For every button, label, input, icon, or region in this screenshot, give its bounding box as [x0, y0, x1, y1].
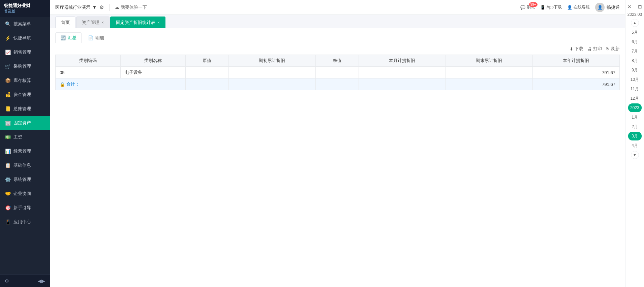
col-monthly-depr: 本月计提折旧 [359, 55, 446, 67]
tabs-bar: 首页 资产管理 × 固定资产折旧统计表 × [50, 15, 625, 28]
nav-icon-purchase: 🛒 [5, 63, 11, 69]
collapse-icon[interactable]: ◀▶ [38, 278, 45, 284]
panel-close-btn[interactable]: ✕ [627, 4, 632, 9]
nav-label-salary: 工资 [13, 134, 22, 140]
nav-label-beginner: 新手引导 [13, 205, 31, 211]
nav-label-inventory: 库存核算 [13, 77, 31, 84]
sidebar-item-fixed-assets[interactable]: 🏢 固定资产 [0, 116, 50, 130]
sub-tab-detail[interactable]: 📄 明细 [83, 33, 109, 43]
sub-tab-summary[interactable]: 🔄 汇总 [55, 32, 82, 43]
nav-label-finance: 资金管理 [13, 92, 31, 98]
total-period-end [446, 78, 532, 90]
sidebar-item-system[interactable]: ⚙️ 系统管理 [0, 172, 50, 187]
month-4[interactable]: 4月 [628, 141, 642, 150]
online-service-btn[interactable]: 👤 在线客服 [567, 4, 590, 10]
month-2[interactable]: 2月 [628, 122, 642, 131]
total-label-cell: 🔒 合计： [56, 78, 186, 90]
table-wrapper: 类别编码 类别名称 原值 期初累计折旧 净值 本月计提折旧 期末累计折旧 本年计… [50, 55, 625, 287]
message-badge: 99+ [529, 2, 538, 7]
experience-btn[interactable]: ☁ 我要体验一下 [115, 4, 147, 10]
sidebar-item-inventory[interactable]: 📦 库存核算 [0, 73, 50, 88]
download-label: 下载 [575, 46, 583, 52]
refresh-btn[interactable]: ↻ 刷新 [606, 46, 620, 52]
settings-icon[interactable]: ⚙ [5, 278, 9, 284]
cell-category-code: 05 [56, 67, 121, 78]
scroll-up-btn[interactable]: ▲ [631, 19, 639, 27]
panel-expand-btn[interactable]: ⊡ [638, 4, 642, 9]
month-3[interactable]: 3月 [628, 132, 642, 140]
sidebar-item-ledger[interactable]: 📒 总账管理 [0, 102, 50, 116]
main-area: 医疗器械行业演示 ▼ ⚙ ☁ 我要体验一下 💬 消息 99+ 📱 App下载 👤… [50, 0, 625, 287]
month-11[interactable]: 11月 [628, 85, 642, 93]
cell-initial-accum-depr [228, 67, 315, 78]
tab-asset-mgmt-close[interactable]: × [101, 20, 104, 25]
sidebar-item-salary[interactable]: 💵 工资 [0, 130, 50, 144]
download-btn[interactable]: ⬇ 下载 [570, 46, 583, 52]
tab-asset-mgmt[interactable]: 资产管理 × [76, 17, 110, 28]
nav-label-ledger: 总账管理 [13, 106, 31, 112]
sidebar-bottom: ⚙ ◀▶ [0, 275, 50, 287]
logo-edition: 普及版 [4, 9, 30, 14]
detail-icon: 📄 [88, 35, 93, 40]
col-initial-accum-depr: 期初累计折旧 [228, 55, 315, 67]
tab-depreciation[interactable]: 固定资产折旧统计表 × [110, 17, 165, 28]
total-row: 🔒 合计： 791.67 [56, 78, 620, 90]
settings-gear-icon[interactable]: ⚙ [99, 4, 104, 10]
month-5[interactable]: 5月 [628, 28, 642, 37]
month-8[interactable]: 8月 [628, 56, 642, 65]
nav-label-system: 系统管理 [13, 177, 31, 183]
cell-original-value [185, 67, 228, 78]
cell-period-end-accum-depr [446, 67, 532, 78]
nav-label-sales: 销售管理 [13, 49, 31, 55]
month-12[interactable]: 12月 [628, 94, 642, 103]
tab-home[interactable]: 首页 [55, 17, 75, 28]
scroll-down-btn[interactable]: ▼ [631, 151, 639, 159]
total-initial-accum [228, 78, 315, 90]
nav-icon-salary: 💵 [5, 134, 11, 140]
sidebar-item-search[interactable]: 🔍 搜索菜单 [0, 17, 50, 31]
nav-icon-app-center: 📱 [5, 219, 11, 225]
tab-depreciation-close[interactable]: × [157, 20, 160, 25]
sidebar-item-beginner[interactable]: 🎯 新手引导 [0, 201, 50, 215]
tab-depreciation-label: 固定资产折旧统计表 [116, 20, 155, 26]
year-2023[interactable]: 2023 [628, 103, 642, 112]
summary-label: 汇总 [68, 35, 76, 41]
refresh-label: 刷新 [611, 46, 620, 52]
nav-icon-enterprise: 🤝 [5, 191, 11, 197]
sidebar-item-sales[interactable]: 📈 销售管理 [0, 45, 50, 59]
nav-icon-operations: 📊 [5, 148, 11, 154]
total-icon: 🔒 [60, 82, 65, 87]
cloud-icon: ☁ [115, 5, 119, 10]
nav-icon-search: 🔍 [5, 21, 11, 27]
sidebar-item-purchase[interactable]: 🛒 采购管理 [0, 59, 50, 73]
total-net-value [315, 78, 359, 90]
message-btn[interactable]: 💬 消息 99+ [520, 4, 535, 10]
sidebar-item-basic-info[interactable]: 📋 基础信息 [0, 158, 50, 172]
sidebar: 畅捷通好业财 普及版 🔍 搜索菜单 ⚡ 快捷导航 📈 销售管理 🛒 采购管理 📦… [0, 0, 50, 287]
month-6[interactable]: 6月 [628, 37, 642, 46]
sidebar-item-app-center[interactable]: 📱 应用中心 [0, 215, 50, 229]
year-label: 2023.03 [627, 12, 642, 17]
content-area: 🔄 汇总 📄 明细 ⬇ 下载 🖨 打印 ↻ 刷新 [50, 28, 625, 287]
month-1[interactable]: 1月 [628, 113, 642, 122]
col-category-name: 类别名称 [120, 55, 185, 67]
sidebar-item-quick-nav[interactable]: ⚡ 快捷导航 [0, 31, 50, 45]
sidebar-item-enterprise[interactable]: 🤝 企业协同 [0, 187, 50, 201]
nav-icon-fixed-assets: 🏢 [5, 120, 11, 126]
nav-label-operations: 经营管理 [13, 148, 31, 154]
print-btn[interactable]: 🖨 打印 [587, 46, 602, 52]
month-10[interactable]: 10月 [628, 75, 642, 84]
cell-annual-depr: 791.67 [532, 67, 619, 78]
sidebar-item-operations[interactable]: 📊 经营管理 [0, 144, 50, 158]
app-download-btn[interactable]: 📱 App下载 [540, 4, 562, 10]
right-panel: ✕ ⊡ 2023.03 ▲ 5月 6月 7月 8月 9月 10月 11月 12月… [625, 0, 644, 287]
month-9[interactable]: 9月 [628, 66, 642, 74]
col-net-value: 净值 [315, 55, 359, 67]
cell-monthly-depr [359, 67, 446, 78]
user-menu[interactable]: 👤 畅捷通 [595, 3, 620, 12]
company-selector[interactable]: 医疗器械行业演示 ▼ [55, 4, 97, 10]
up-arrow-icon: ▲ [633, 21, 637, 25]
download-icon: ⬇ [570, 46, 573, 52]
sidebar-item-finance[interactable]: 💰 资金管理 [0, 88, 50, 102]
month-7[interactable]: 7月 [628, 47, 642, 56]
